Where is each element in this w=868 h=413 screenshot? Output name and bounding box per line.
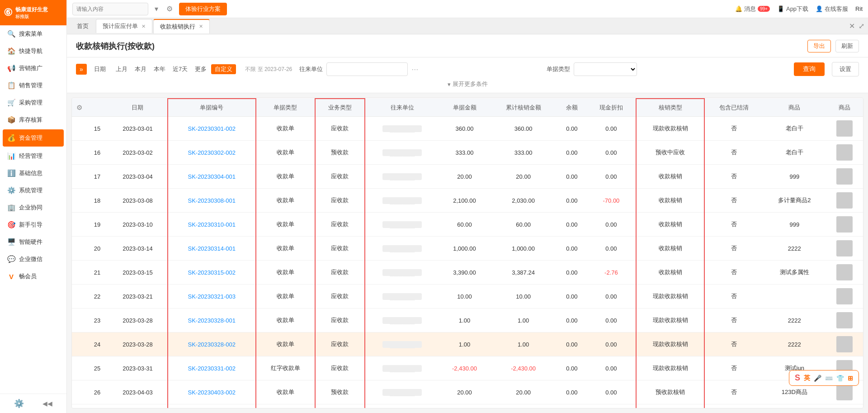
cell-date: 2023-03-14: [108, 237, 168, 261]
doc-no-link[interactable]: SK-20230301-002: [188, 125, 236, 132]
cell-doc-no: SK-20230314-001: [168, 237, 256, 261]
notification-area[interactable]: 🔔 消息 99+: [735, 5, 770, 13]
cell-seq: 27: [86, 404, 108, 409]
cell-seq: 20: [86, 237, 108, 261]
sidebar-item-sales[interactable]: 📋 销售管理: [0, 77, 66, 94]
widget-mic-icon[interactable]: 🎤: [814, 375, 821, 382]
col-header-date: 日期: [108, 99, 168, 117]
online-service[interactable]: 👤 在线客服: [816, 5, 848, 13]
doc-no-link[interactable]: SK-20230310-001: [188, 221, 236, 228]
cell-doc-type: 收款单: [256, 332, 315, 356]
date-btn-7days[interactable]: 近7天: [170, 64, 190, 74]
app-download[interactable]: 📱 App下载: [777, 5, 808, 13]
filter-expand-btn[interactable]: »: [76, 64, 87, 75]
solution-btn[interactable]: 体验行业方案: [179, 3, 227, 15]
sidebar-item-search[interactable]: 🔍 搜索菜单: [0, 25, 66, 43]
notification-badge: 99+: [758, 6, 770, 12]
cell-cash-discount: 0.00: [587, 165, 636, 189]
query-btn[interactable]: 查询: [794, 62, 825, 76]
sidebar-item-operation[interactable]: 📊 经营管理: [0, 147, 66, 165]
sidebar-item-hardware[interactable]: 🖥️ 智能硬件: [0, 233, 66, 251]
refresh-btn[interactable]: 刷新: [835, 40, 859, 52]
table-body: 15 2023-03-01 SK-20230301-002 收款单 应收款 ██…: [72, 117, 863, 409]
cell-settings: [72, 117, 86, 141]
date-btn-custom[interactable]: 自定义: [211, 64, 236, 74]
topbar-gear-icon[interactable]: ⚙: [165, 3, 175, 15]
cell-include-settled: 否: [704, 237, 763, 261]
sidebar-item-guide[interactable]: 🎯 新手引导: [0, 216, 66, 233]
doc-no-link[interactable]: SK-20230321-003: [188, 293, 236, 300]
cell-date: 2023-03-01: [108, 117, 168, 141]
sidebar-item-purchase[interactable]: 🛒 采购管理: [0, 94, 66, 111]
date-range: 不限 至 2023-07-26: [245, 66, 292, 73]
cell-writeoff-type: 收款核销: [636, 165, 704, 189]
setting-btn[interactable]: 设置: [832, 62, 859, 76]
user-name[interactable]: Rit: [855, 5, 863, 12]
sidebar-item-system[interactable]: ⚙️ 系统管理: [0, 182, 66, 199]
date-btn-more[interactable]: 更多: [192, 64, 209, 74]
table-row: 15 2023-03-01 SK-20230301-002 收款单 应收款 ██…: [72, 117, 863, 141]
col-header-amount: 单据金额: [439, 99, 490, 117]
doc-no-link[interactable]: SK-20230331-002: [188, 365, 236, 372]
expand-more-btn[interactable]: ▾ 展开更多条件: [448, 80, 488, 88]
sidebar-item-basic[interactable]: ℹ️ 基础信息: [0, 165, 66, 182]
cell-seq: 25: [86, 356, 108, 380]
cell-writeoff-amount: 60.00: [490, 213, 557, 237]
date-btn-this-month[interactable]: 本月: [132, 64, 149, 74]
cell-biz-type: 应收款: [315, 165, 365, 189]
sidebar-settings-icon[interactable]: ⚙️: [14, 399, 24, 408]
sidebar-item-wechat[interactable]: 💬 企业微信: [0, 251, 66, 268]
partner-filter: 往来单位 ···: [299, 62, 539, 76]
doc-no-link[interactable]: SK-20230314-001: [188, 245, 236, 252]
table-row: 20 2023-03-14 SK-20230314-001 收款单 应收款 ██…: [72, 237, 863, 261]
sales-icon: 📋: [7, 81, 15, 90]
cell-seq: 19: [86, 213, 108, 237]
sidebar-item-vip[interactable]: V 畅会员: [0, 268, 66, 285]
page-title: 收款核销执行(按收款): [76, 41, 155, 52]
doc-no-link[interactable]: SK-20230315-002: [188, 269, 236, 276]
tab-pending[interactable]: 预计应应付单 ✕: [96, 19, 152, 33]
col-header-settings[interactable]: ⚙: [72, 99, 86, 117]
doc-no-link[interactable]: SK-20230308-001: [188, 197, 236, 204]
cell-goods2: [826, 404, 863, 409]
gear-icon[interactable]: ⚙: [76, 104, 82, 111]
bell-icon: 🔔: [735, 5, 742, 12]
topbar-search-input[interactable]: [72, 3, 148, 15]
doc-type-select[interactable]: [574, 62, 637, 76]
cell-writeoff-amount: 3,387.24: [490, 261, 557, 285]
tab-pending-close[interactable]: ✕: [142, 24, 146, 29]
filter-bar: » 日期 上月 本月 本年 近7天 更多 自定义 不限 至 2023-07-26…: [67, 57, 868, 93]
tab-expand-icon[interactable]: ⤢: [859, 22, 864, 30]
sidebar-item-finance[interactable]: 💰 资金管理: [3, 129, 64, 147]
table-row: 23 2023-03-28 SK-20230328-001 收款单 应收款 ██…: [72, 309, 863, 332]
sidebar-item-marketing[interactable]: 📢 营销推广: [0, 60, 66, 77]
cell-biz-type: 应收款: [315, 404, 365, 409]
tab-receipt[interactable]: 收款核销执行 ✕: [153, 19, 210, 33]
cell-writeoff-type: 收款核销: [636, 189, 704, 213]
tab-close-all-icon[interactable]: ✕: [849, 22, 855, 30]
doc-no-link[interactable]: SK-20230403-002: [188, 389, 236, 396]
partner-input[interactable]: [326, 62, 408, 76]
dropdown-icon[interactable]: ▾: [153, 3, 160, 15]
date-btn-this-year[interactable]: 本年: [151, 64, 168, 74]
cell-seq: 23: [86, 309, 108, 332]
export-btn[interactable]: 导出: [807, 40, 831, 52]
sidebar-collapse-icon[interactable]: ◀◀: [42, 400, 52, 407]
tab-home[interactable]: 首页: [71, 19, 95, 33]
date-btn-last-month[interactable]: 上月: [113, 64, 130, 74]
cell-writeoff-type: 现款收款核销: [636, 309, 704, 332]
sidebar-item-quick[interactable]: 🏠 快捷导航: [0, 43, 66, 60]
tab-receipt-close[interactable]: ✕: [199, 24, 203, 29]
cell-settings: [72, 404, 86, 409]
doc-no-link[interactable]: SK-20230328-002: [188, 341, 236, 348]
sidebar-item-inventory[interactable]: 📦 库存核算: [0, 111, 66, 128]
sidebar-item-corp[interactable]: 🏢 企业协同: [0, 199, 66, 216]
widget-keyboard-icon[interactable]: ⌨️: [825, 375, 833, 382]
cell-writeoff-amount: 360.00: [490, 117, 557, 141]
doc-no-link[interactable]: SK-20230304-001: [188, 173, 236, 180]
widget-grid-icon[interactable]: ⊞: [848, 375, 853, 382]
doc-no-link[interactable]: SK-20230302-002: [188, 149, 236, 156]
doc-no-link[interactable]: SK-20230328-001: [188, 317, 236, 324]
doc-type-label: 单据类型: [547, 65, 570, 73]
widget-shirt-icon[interactable]: 👕: [836, 375, 844, 382]
